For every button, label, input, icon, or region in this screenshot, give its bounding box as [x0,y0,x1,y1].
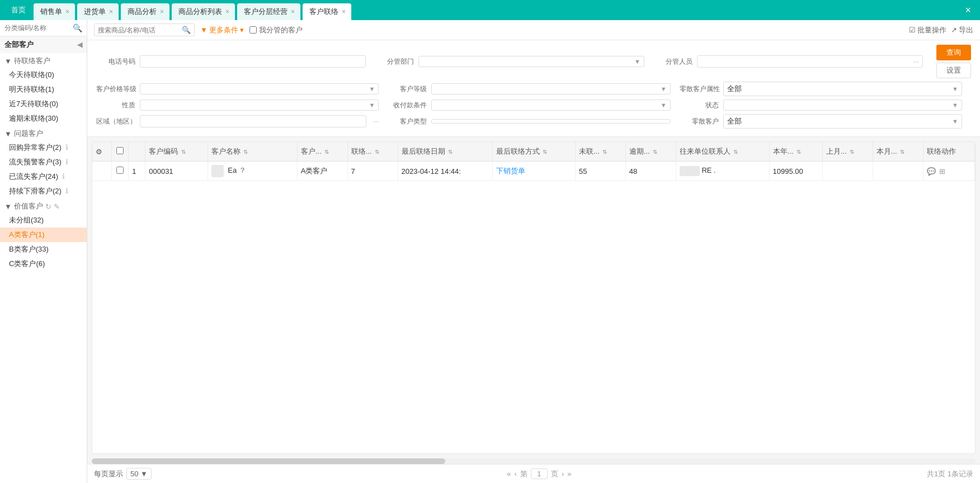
seven-day-contact-item[interactable]: 近7天待联络(0) [0,97,87,111]
settings-col-header[interactable]: ⚙ [92,142,112,162]
overdue-col-header[interactable]: 逾期... ⇅ [625,142,676,162]
customer-type-label: 客户类型 [388,117,427,126]
close-sales-tab[interactable]: × [65,8,69,16]
first-page-button[interactable]: « [507,470,511,478]
code-col-header[interactable]: 客户编码 ⇅ [145,142,208,162]
name-col-header[interactable]: 客户名称 ⇅ [208,142,297,162]
payment-select[interactable]: ▼ [431,100,670,111]
customer-grade-label: 客户等级 [388,84,427,94]
main-search-icon[interactable]: 🔍 [182,26,191,34]
batch-operation-button[interactable]: ☑ 批量操作 [909,25,946,35]
message-icon[interactable]: 💬 [927,167,936,176]
main-search-input[interactable] [98,26,182,34]
next-page-button[interactable]: › [562,470,564,478]
region-ellipsis-icon[interactable]: ··· [373,117,379,125]
value-customers-group[interactable]: ▼ 价值客户 ↻ ✎ [0,198,87,213]
loss-risk-item[interactable]: 流失预警客户(3) ℹ [0,155,87,169]
phone-input[interactable] [140,55,366,68]
my-customers-checkbox[interactable]: 我分管的客户 [249,25,303,35]
problem-customers-group[interactable]: ▼ 问题客户 [0,126,87,140]
retail-customer-select[interactable]: 全部 ▼ [723,114,962,129]
no-contact-label: 未联... [579,147,600,155]
all-customers-header[interactable]: 全部客户 ◀ [0,36,87,53]
close-product-list-tab[interactable]: × [225,8,229,16]
price-grade-field: 客户价格等级 ▼ [96,83,388,94]
dept-select[interactable]: ▼ [418,56,644,67]
this-month-col-header[interactable]: 本月... ⇅ [873,142,923,162]
checkbox-cell[interactable] [112,162,129,181]
class-a-item[interactable]: A类客户(1) [0,228,87,242]
today-contact-item[interactable]: 今天待联络(0) [0,68,87,82]
class-c-item[interactable]: C类客户(6) [0,257,87,271]
row-checkbox[interactable] [116,167,124,174]
edit-icon[interactable]: ✎ [54,202,60,211]
close-purchase-tab[interactable]: × [109,8,113,16]
page-size-box[interactable]: 50 ▼ [126,468,152,480]
more-conditions-button[interactable]: ▼ 更多条件 ▾ [200,25,244,35]
export-button[interactable]: ↗ 导出 [951,25,973,35]
contact-col-header[interactable]: 联络... ⇅ [347,142,398,162]
nav-tab-purchase[interactable]: 进货单 × [77,3,119,20]
last-month-col-header[interactable]: 上月... ⇅ [822,142,873,162]
region-input[interactable] [140,115,366,127]
refresh-icon[interactable]: ↻ [45,202,51,211]
settings-gear-icon[interactable]: ⚙ [96,148,102,156]
continuous-decline-item[interactable]: 持续下滑客户(2) ℹ [0,184,87,198]
no-contact-col-header[interactable]: 未联... ⇅ [575,142,625,162]
select-all-checkbox[interactable] [116,147,124,154]
close-customer-segment-tab[interactable]: × [291,8,295,16]
close-product-analysis-tab[interactable]: × [160,8,164,16]
price-grade-select[interactable]: ▼ [140,83,379,94]
scrollbar-thumb[interactable] [92,458,445,464]
close-customer-contact-tab[interactable]: × [342,8,346,16]
last-page-button[interactable]: » [567,470,571,478]
pending-contact-group[interactable]: ▼ 待联络客户 [0,53,87,68]
query-button[interactable]: 查询 [936,45,971,60]
checkbox-col-header[interactable] [112,142,129,162]
nav-tab-product-analysis[interactable]: 商品分析 × [121,3,169,20]
ungrouped-item[interactable]: 未分组(32) [0,213,87,228]
nav-home[interactable]: 首页 [4,0,32,20]
nav-tab-customer-contact[interactable]: 客户联络 × [303,3,351,20]
status-field: 状态 ▼ [680,100,971,111]
last-method-cell[interactable]: 下销货单 [492,162,575,181]
close-all-button[interactable]: × [960,4,976,16]
nav-tab-product-list[interactable]: 商品分析列表 × [172,3,235,20]
qr-icon[interactable]: ⊞ [939,167,945,176]
sidebar-search-icon[interactable]: 🔍 [73,23,82,32]
overdue-contact-item[interactable]: 逾期未联络(30) [0,111,87,126]
settings-button[interactable]: 设置 [936,63,971,78]
person-select[interactable]: ··· [697,55,923,68]
nav-tab-sales[interactable]: 销售单 × [34,3,75,20]
last-method-col-header[interactable]: 最后联络方式 ⇅ [492,142,575,162]
nature-select[interactable]: ▼ [140,100,379,111]
nav-tab-customer-segment[interactable]: 客户分层经营 × [237,3,300,20]
page-unit: 页 [551,469,558,479]
action-label: 联络动作 [927,147,956,155]
repeat-abnormal-item[interactable]: 回购异常客户(2) ℹ [0,140,87,155]
unit-contact-col-header[interactable]: 往来单位联系人 ⇅ [676,142,769,162]
class-b-item[interactable]: B类客户(33) [0,242,87,257]
code-cell: 000031 [145,162,208,181]
this-year-sort-icon: ⇅ [797,149,801,155]
retail-attr-label: 零散客户属性 [680,84,719,94]
type-col-header[interactable]: 客户... ⇅ [297,142,347,162]
status-select[interactable]: ▼ [723,100,962,111]
customer-type-select[interactable] [431,119,670,124]
unit-contact-sort-icon: ⇅ [733,149,738,155]
export-icon: ↗ [951,26,957,34]
page-number-input[interactable]: 1 [531,468,548,479]
last-date-col-header[interactable]: 最后联络日期 ⇅ [398,142,492,162]
tomorrow-contact-item[interactable]: 明天待联络(1) [0,82,87,97]
horizontal-scrollbar[interactable] [92,458,976,464]
already-lost-item[interactable]: 已流失客户(24) ℹ [0,169,87,184]
sidebar-search-input[interactable] [4,24,73,32]
customer-grade-select[interactable]: ▼ [431,83,670,94]
prev-page-button[interactable]: ‹ [515,470,517,478]
advanced-filter: 电话号码 分管部门 ▼ 分管人员 ··· [87,40,980,137]
my-customers-input[interactable] [249,26,257,34]
retail-attr-select[interactable]: 全部 ▼ [723,82,962,96]
name-label: 客户名称 [211,147,241,155]
last-method-link[interactable]: 下销货单 [496,167,525,175]
this-year-col-header[interactable]: 本年... ⇅ [769,142,822,162]
